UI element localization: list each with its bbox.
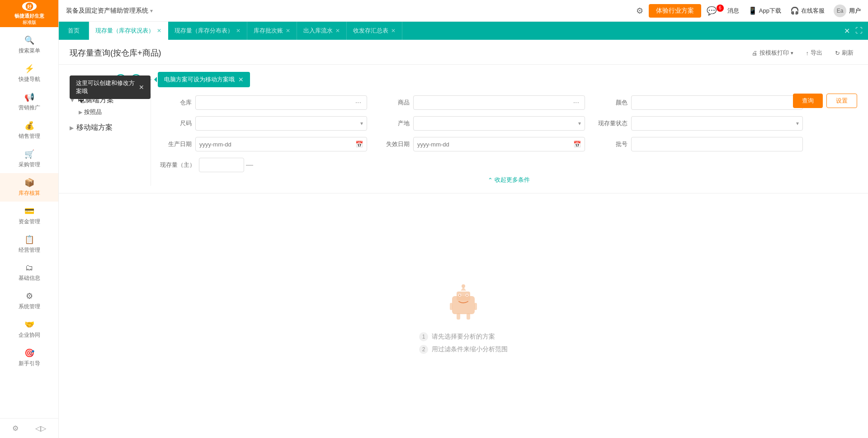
search-menu-icon: 🔍 [24, 35, 34, 45]
mobile-scheme-header: ▶ 移动端方案 [70, 121, 142, 134]
expiry-date-input[interactable]: 📅 [413, 137, 585, 151]
sidebar-item-operation[interactable]: 📋 经营管理 [0, 230, 58, 259]
sidebar-item-purchase[interactable]: 🛒 采购管理 [0, 145, 58, 173]
message-item[interactable]: 💬 6 消息 [707, 6, 739, 16]
sidebar-item-search-menu[interactable]: 🔍 搜索菜单 [0, 31, 58, 59]
stock-main-label: 现存量（主） [160, 161, 195, 169]
production-date-field[interactable] [199, 141, 354, 148]
sidebar-item-inventory[interactable]: 📦 库存核算 [0, 173, 58, 202]
marketing-icon: 📢 [24, 92, 34, 102]
expand-tabs-btn[interactable]: ⛶ [855, 27, 863, 35]
online-service-item[interactable]: 🎧 在线客服 [790, 6, 825, 15]
tab-close-inventory-batch[interactable]: ✕ [286, 28, 290, 34]
scheme-item-按照品[interactable]: ▶ 按照品 [79, 107, 142, 118]
tab-inventory-dist[interactable]: 现存量（库存分布表） ✕ [168, 22, 247, 40]
collapse-sidebar-btn[interactable]: ◁▷ [35, 424, 46, 433]
svg-rect-3 [457, 292, 470, 301]
tab-receive-summary[interactable]: 收发存汇总表 ✕ [347, 22, 402, 40]
sales-icon: 💰 [24, 121, 34, 131]
batch-no-input[interactable] [631, 137, 803, 151]
warehouse-select[interactable]: ··· [195, 95, 367, 110]
sidebar-item-marketing[interactable]: 📢 营销推广 [0, 88, 58, 116]
filter-top: 按以下方案查询 + ✎ ← 电脑方案可设为移动方案哦 ✕ [70, 72, 857, 87]
tab-close-inventory-status[interactable]: ✕ [157, 28, 161, 34]
sidebar-item-basic-info[interactable]: 🗂 基础信息 [0, 259, 58, 287]
settings-footer-btn[interactable]: ⚙ [12, 424, 19, 433]
service-icon: 🎧 [790, 6, 799, 15]
filter-area: 按以下方案查询 + ✎ ← 电脑方案可设为移动方案哦 ✕ [59, 65, 868, 193]
content-area: 现存量查询(按仓库+商品) 🖨 按模板打印 ▾ ↑ 导出 ↻ 刷新 [59, 40, 868, 438]
sidebar-item-enterprise[interactable]: 🤝 企业协同 [0, 315, 58, 344]
sidebar-item-quick-nav[interactable]: ⚡ 快捷导航 [0, 59, 58, 88]
tab-close-inventory-dist[interactable]: ✕ [236, 28, 241, 34]
reset-btn[interactable]: 设置 [826, 94, 857, 108]
sidebar-item-sales[interactable]: 💰 销售管理 [0, 116, 58, 145]
goods-select[interactable]: ··· [413, 95, 585, 110]
stock-main-range: — [199, 158, 367, 172]
phone-icon: 📱 [748, 6, 757, 15]
tooltip1-close-btn[interactable]: ✕ [238, 76, 244, 83]
size-chevron: ▾ [360, 120, 363, 127]
close-all-tabs-btn[interactable]: ✕ [844, 27, 850, 35]
tab-inventory-batch[interactable]: 库存批次账 ✕ [247, 22, 297, 40]
system-chevron-icon: ▾ [150, 8, 153, 14]
tab-in-out-flow[interactable]: 出入库流水 ✕ [297, 22, 347, 40]
color-select[interactable]: ▾ [631, 95, 803, 110]
collapse-row: ⌃ 收起更多条件 [160, 172, 857, 186]
goods-label: 商品 [378, 99, 410, 107]
sidebar-item-system[interactable]: ⚙ 系统管理 [0, 287, 58, 315]
tabbar: 首页 现存量（库存状况表） ✕ 现存量（库存分布表） ✕ 库存批次账 ✕ 出入库… [59, 22, 868, 40]
quick-nav-icon: ⚡ [24, 64, 34, 74]
expiry-date-field[interactable] [417, 141, 572, 148]
empty-tip-2: 2 用过滤条件来缩小分析范围 [419, 345, 508, 354]
scheme-list-panel: 这里可以创建和修改方案哦 ✕ ▼ 电脑端方案 ▶ 按照品 [70, 94, 151, 186]
expiry-date-cal-icon: 📅 [573, 141, 581, 148]
sidebar: 好 畅捷通好生意 标准版 🔍 搜索菜单 ⚡ 快捷导航 📢 营销推广 💰 销售管理… [0, 0, 59, 438]
stock-status-select[interactable]: ▾ [631, 116, 803, 131]
tooltip1-container: 电脑方案可设为移动方案哦 ✕ [158, 72, 250, 87]
color-label: 颜色 [596, 99, 627, 107]
export-btn[interactable]: ↑ 导出 [802, 47, 826, 59]
origin-select[interactable]: ▾ [413, 116, 585, 131]
warehouse-label: 仓库 [160, 99, 192, 107]
sidebar-item-finance[interactable]: 💳 资金管理 [0, 202, 58, 230]
topbar-settings-icon[interactable]: ⚙ [636, 6, 643, 16]
topbar-right: 💬 6 消息 📱 App下载 🎧 在线客服 Ea 用户 [707, 5, 861, 17]
production-date-cal-icon: 📅 [355, 141, 363, 148]
desktop-scheme-children: ▶ 按照品 [79, 107, 142, 118]
production-date-label: 生产日期 [160, 140, 192, 148]
filter-area-inner: 按以下方案查询 + ✎ ← 电脑方案可设为移动方案哦 ✕ [70, 72, 857, 186]
collapse-btn[interactable]: ⌃ 收起更多条件 [488, 176, 530, 184]
expiry-date-label: 失效日期 [378, 140, 410, 148]
app-download-item[interactable]: 📱 App下载 [748, 6, 781, 15]
enterprise-icon: 🤝 [24, 320, 34, 330]
filter-production-date: 生产日期 📅 [160, 137, 367, 151]
inventory-icon: 📦 [24, 178, 34, 188]
production-date-input[interactable]: 📅 [195, 137, 367, 151]
page-header: 现存量查询(按仓库+商品) 🖨 按模板打印 ▾ ↑ 导出 ↻ 刷新 [59, 40, 868, 65]
page-actions: 🖨 按模板打印 ▾ ↑ 导出 ↻ 刷新 [748, 47, 858, 59]
filter-stock-main: 现存量（主） — [160, 158, 367, 172]
range-dash: — [246, 161, 253, 169]
svg-point-7 [467, 294, 468, 296]
user-avatar: Ea [834, 5, 846, 17]
tab-close-in-out-flow[interactable]: ✕ [335, 28, 340, 34]
tab-home[interactable]: 首页 [59, 22, 89, 40]
svg-rect-8 [450, 303, 453, 310]
search-btn[interactable]: 查询 [793, 94, 823, 108]
operation-icon: 📋 [24, 235, 34, 245]
refresh-btn[interactable]: ↻ 刷新 [831, 47, 857, 59]
stock-status-label: 现存量状态 [596, 119, 627, 127]
stock-status-chevron: ▾ [796, 120, 799, 127]
tooltip2-close-btn[interactable]: ✕ [139, 84, 144, 91]
stock-main-min[interactable] [199, 158, 244, 172]
tab-inventory-status[interactable]: 现存量（库存状况表） ✕ [89, 22, 168, 40]
industry-btn[interactable]: 体验行业方案 [649, 4, 701, 18]
print-btn[interactable]: 🖨 按模板打印 ▾ [748, 47, 797, 59]
mobile-scheme-group: ▶ 移动端方案 [70, 121, 142, 134]
size-select[interactable]: ▾ [195, 116, 367, 131]
sidebar-item-guide[interactable]: 🎯 新手引导 [0, 344, 58, 372]
user-menu[interactable]: Ea 用户 [834, 5, 861, 17]
purchase-icon: 🛒 [24, 149, 34, 159]
tab-close-receive-summary[interactable]: ✕ [391, 28, 396, 34]
